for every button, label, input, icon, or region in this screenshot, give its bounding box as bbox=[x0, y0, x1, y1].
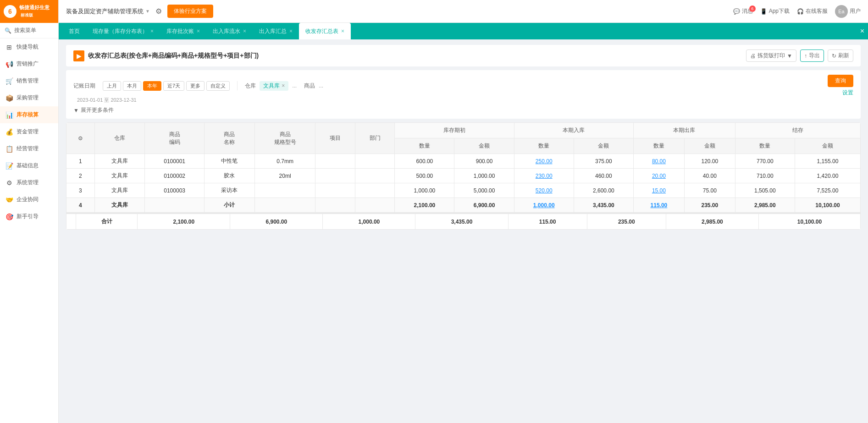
th-closing-qty: 数量 bbox=[735, 138, 795, 154]
sidebar-item-system[interactable]: ⚙ 系统管理 bbox=[0, 174, 58, 191]
collab-icon: 🤝 bbox=[6, 196, 13, 203]
row-out-qty[interactable]: 20.00 bbox=[633, 169, 684, 183]
sidebar-item-basic[interactable]: 📝 基础信息 bbox=[0, 157, 58, 174]
tab-batch-label: 库存批次账 bbox=[166, 27, 194, 35]
page-actions: 🖨 拣货版打印 ▼ ↑ 导出 ↻ 刷新 bbox=[746, 49, 853, 62]
online-service-action[interactable]: 🎧 在线客服 bbox=[797, 7, 828, 15]
date-btn-more[interactable]: 更多 bbox=[186, 81, 205, 91]
th-closing: 结存 bbox=[735, 123, 860, 138]
row-warehouse: 文具库 bbox=[94, 154, 145, 169]
tab-recv-send-summary-close[interactable]: × bbox=[341, 28, 344, 34]
sidebar-item-purchase[interactable]: 📦 采购管理 bbox=[0, 89, 58, 106]
expand-toggle[interactable]: ▶ bbox=[73, 50, 84, 61]
row-out-qty[interactable]: 15.00 bbox=[633, 183, 684, 198]
row-in-qty[interactable]: 520.00 bbox=[514, 183, 574, 198]
tab-inventory-dist-close[interactable]: × bbox=[150, 28, 154, 34]
th-inbound: 本期入库 bbox=[514, 123, 633, 138]
sidebar-item-label: 企业协同 bbox=[17, 196, 39, 203]
sidebar-item-guide[interactable]: 🎯 新手引导 bbox=[0, 208, 58, 225]
system-title-select[interactable]: 装备及固定资产辅助管理系统 ▼ bbox=[66, 7, 150, 16]
row-in-qty[interactable]: 230.00 bbox=[514, 169, 574, 183]
expand-more-btn[interactable]: ▼ 展开更多条件 bbox=[73, 106, 853, 114]
th-in-amt: 金额 bbox=[574, 138, 633, 154]
settings-link[interactable]: 设置 bbox=[842, 89, 853, 97]
search-menu-item[interactable]: 🔍 搜索菜单 bbox=[0, 23, 58, 38]
tab-inventory-dist[interactable]: 现存量（库存分布表） × bbox=[86, 23, 160, 39]
search-icon: 🔍 bbox=[5, 27, 11, 34]
tab-batch-close[interactable]: × bbox=[197, 28, 200, 34]
row-in-qty[interactable]: 250.00 bbox=[514, 154, 574, 169]
sidebar-item-sales[interactable]: 🛒 销售管理 bbox=[0, 72, 58, 89]
main-area: 装备及固定资产辅助管理系统 ▼ ⚙ 体验行业方案 💬 消息 6 📱 App下载 … bbox=[59, 0, 868, 423]
print-template-button[interactable]: 🖨 拣货版打印 ▼ bbox=[746, 49, 796, 62]
logo-text-block: 畅捷通好生意 标准版 bbox=[19, 4, 50, 18]
goods-more[interactable]: ... bbox=[319, 82, 323, 89]
row-code: 0100003 bbox=[145, 183, 205, 198]
tab-home[interactable]: 首页 bbox=[62, 23, 86, 39]
sidebar-item-inventory[interactable]: 📊 库存核算 bbox=[0, 106, 58, 123]
row-out-qty[interactable]: 80.00 bbox=[633, 154, 684, 169]
user-action[interactable]: Ea 用户 bbox=[835, 5, 861, 18]
content-area: ▶ 收发存汇总表(按仓库+商品编码+商品+规格型号+项目+部门) 🖨 拣货版打印… bbox=[59, 39, 868, 423]
settings-button[interactable]: ⚙ bbox=[155, 7, 162, 16]
logo-text: 畅捷通好生意 bbox=[19, 4, 50, 11]
total-footer: 合计 2,100.00 6,900.00 1,000.00 3,435.00 1… bbox=[66, 213, 861, 230]
sidebar-item-label: 采购管理 bbox=[17, 94, 39, 102]
th-opening: 库存期初 bbox=[395, 123, 514, 138]
warehouse-tag-text: 文具库 bbox=[263, 82, 280, 90]
date-btn-this-year[interactable]: 本年 bbox=[143, 81, 161, 91]
th-warehouse: 仓库 bbox=[94, 123, 145, 154]
sidebar-item-label: 系统管理 bbox=[17, 179, 39, 187]
row-out-qty[interactable]: 115.00 bbox=[633, 198, 684, 213]
sidebar-item-quick-nav[interactable]: ⊞ 快捷导航 bbox=[0, 38, 58, 55]
row-project bbox=[315, 169, 355, 183]
table-settings-icon[interactable]: ⚙ bbox=[66, 123, 95, 154]
filter-divider bbox=[237, 81, 238, 90]
total-out-amt: 235.00 bbox=[587, 214, 666, 230]
total-in-qty: 1,000.00 bbox=[323, 214, 415, 230]
tab-bar-close[interactable]: × bbox=[860, 27, 864, 35]
app-download-action[interactable]: 📱 App下载 bbox=[760, 7, 790, 15]
warehouse-tag-close[interactable]: × bbox=[282, 82, 285, 89]
sidebar-item-label: 快捷导航 bbox=[17, 43, 39, 51]
row-in-amt: 2,600.00 bbox=[574, 183, 633, 198]
message-action[interactable]: 💬 消息 6 bbox=[733, 7, 753, 15]
sidebar-item-finance[interactable]: 💰 资金管理 bbox=[0, 123, 58, 140]
sidebar-item-marketing[interactable]: 📢 营销推广 bbox=[0, 55, 58, 72]
tab-inout-flow-label: 出入库流水 bbox=[213, 27, 240, 35]
th-code: 商品编码 bbox=[145, 123, 205, 154]
experience-button[interactable]: 体验行业方案 bbox=[167, 5, 213, 18]
tab-inout-flow-close[interactable]: × bbox=[243, 28, 246, 34]
warehouse-more[interactable]: ... bbox=[292, 82, 297, 89]
th-department: 部门 bbox=[355, 123, 394, 154]
row-closing-qty: 770.00 bbox=[735, 154, 795, 169]
query-button[interactable]: 查询 bbox=[828, 75, 853, 87]
date-btn-last-month[interactable]: 上月 bbox=[103, 81, 121, 91]
notification-badge: 6 bbox=[749, 5, 756, 12]
date-btn-this-month[interactable]: 本月 bbox=[123, 81, 141, 91]
date-btn-7days[interactable]: 近7天 bbox=[163, 81, 184, 91]
row-out-amt: 235.00 bbox=[684, 198, 735, 213]
refresh-button[interactable]: ↻ 刷新 bbox=[828, 49, 853, 62]
sidebar-logo: 6 畅捷通好生意 标准版 bbox=[0, 0, 58, 23]
sidebar-item-operations[interactable]: 📋 经营管理 bbox=[0, 140, 58, 157]
tab-batch[interactable]: 库存批次账 × bbox=[160, 23, 206, 39]
data-table: ⚙ 仓库 商品编码 商品名称 商品规格型号 项目 部门 库存期初 本期入库 本期… bbox=[66, 122, 861, 213]
tab-inout-summary[interactable]: 出入库汇总 × bbox=[253, 23, 299, 39]
row-dept bbox=[355, 169, 394, 183]
row-name: 胶水 bbox=[205, 169, 255, 183]
row-dept bbox=[355, 198, 394, 213]
row-in-qty[interactable]: 1,000.00 bbox=[514, 198, 574, 213]
tab-inout-flow[interactable]: 出入库流水 × bbox=[206, 23, 253, 39]
row-code: 0100002 bbox=[145, 169, 205, 183]
sidebar-item-collab[interactable]: 🤝 企业协同 bbox=[0, 191, 58, 208]
tab-recv-send-summary[interactable]: 收发存汇总表 × bbox=[299, 23, 351, 39]
row-out-amt: 75.00 bbox=[684, 183, 735, 198]
th-out-amt: 金额 bbox=[684, 138, 735, 154]
date-btn-custom[interactable]: 自定义 bbox=[206, 81, 230, 91]
row-project bbox=[315, 198, 355, 213]
headset-icon: 🎧 bbox=[797, 8, 804, 15]
export-button[interactable]: ↑ 导出 bbox=[800, 49, 824, 62]
tab-inout-summary-close[interactable]: × bbox=[289, 28, 293, 34]
system-icon: ⚙ bbox=[6, 179, 13, 187]
